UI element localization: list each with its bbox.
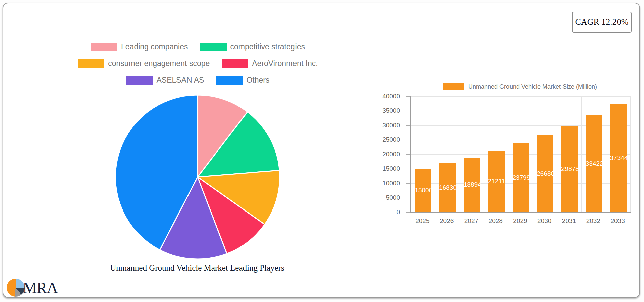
gridline-vertical bbox=[581, 96, 582, 212]
legend-item-consumer-engagement-scope[interactable]: consumer engagement scope bbox=[78, 59, 210, 68]
x-axis-tick-label: 2030 bbox=[532, 217, 557, 225]
gridline-vertical bbox=[460, 96, 460, 212]
x-axis-tick-label: 2025 bbox=[410, 217, 435, 225]
bar-2026[interactable]: 16830 bbox=[439, 163, 456, 212]
legend-swatch bbox=[200, 43, 227, 51]
y-axis-tick-mark bbox=[406, 140, 410, 140]
bar-value-label: 33422 bbox=[586, 160, 602, 167]
pie-legend-row: consumer engagement scopeAeroVironment I… bbox=[72, 59, 324, 68]
legend-item-aselsan-as[interactable]: ASELSAN AS bbox=[126, 76, 204, 85]
bar-2033[interactable]: 37344 bbox=[610, 104, 627, 212]
legend-item-leading-companies[interactable]: Leading companies bbox=[91, 42, 188, 51]
legend-label: Others bbox=[246, 76, 269, 85]
bar-value-label: 18894 bbox=[464, 181, 480, 188]
bar-value-label: 23799 bbox=[513, 174, 529, 181]
gridline-vertical bbox=[435, 96, 435, 212]
bar-value-label: 16830 bbox=[439, 184, 456, 191]
y-axis-tick-mark bbox=[406, 169, 410, 169]
legend-label: consumer engagement scope bbox=[108, 59, 210, 68]
legend-swatch bbox=[222, 59, 248, 68]
x-axis-tick-label: 2028 bbox=[483, 217, 508, 225]
pie-chart bbox=[114, 94, 281, 260]
y-axis-tick-mark bbox=[406, 154, 410, 155]
y-axis-tick-mark bbox=[406, 125, 410, 126]
legend-item-others[interactable]: Others bbox=[216, 76, 269, 85]
bar-value-label: 37344 bbox=[610, 154, 627, 162]
legend-item-competitive-strategies[interactable]: competitive strategies bbox=[200, 42, 305, 51]
x-axis-tick-label: 2027 bbox=[459, 217, 484, 225]
x-axis-tick-label: 2029 bbox=[508, 217, 532, 225]
bar-2028[interactable]: 21211 bbox=[488, 151, 505, 212]
gridline-horizontal bbox=[411, 111, 631, 111]
y-axis-tick-label: 40000 bbox=[373, 93, 400, 100]
cagr-label: CAGR 12.20% bbox=[575, 17, 629, 27]
legend-swatch bbox=[91, 43, 117, 51]
mra-logo: MRA bbox=[7, 279, 58, 297]
pie-chart-title: Unmanned Ground Vehicle Market Leading P… bbox=[0, 263, 394, 273]
pie-legend-row: Leading companiescompetitive strategies bbox=[85, 42, 311, 51]
bar-2027[interactable]: 18894 bbox=[464, 158, 480, 212]
y-axis-tick-label: 25000 bbox=[373, 136, 400, 143]
y-axis-tick-mark bbox=[406, 183, 410, 184]
bar-value-label: 26680 bbox=[537, 170, 553, 177]
bar-legend-label: Unmanned Ground Vehicle Market Size (Mil… bbox=[468, 83, 597, 90]
y-axis-tick-label: 30000 bbox=[373, 122, 400, 129]
y-axis-tick-label: 10000 bbox=[373, 180, 400, 187]
cagr-badge: CAGR 12.20% bbox=[572, 12, 632, 33]
legend-label: competitive strategies bbox=[230, 42, 305, 51]
gridline-vertical bbox=[484, 96, 484, 212]
mra-logo-text: MRA bbox=[23, 279, 58, 297]
bar-legend-swatch bbox=[443, 83, 464, 90]
legend-swatch bbox=[78, 59, 104, 68]
legend-swatch bbox=[216, 76, 243, 85]
gridline-vertical bbox=[630, 96, 631, 212]
legend-swatch bbox=[126, 76, 153, 85]
y-axis-tick-label: 35000 bbox=[373, 107, 400, 114]
gridline-vertical bbox=[533, 96, 533, 212]
bar-value-label: 15000 bbox=[415, 187, 431, 194]
x-axis-tick-label: 2031 bbox=[557, 217, 581, 225]
y-axis-tick-mark bbox=[406, 111, 410, 111]
y-axis-tick-label: 20000 bbox=[373, 151, 400, 158]
bar-2029[interactable]: 23799 bbox=[513, 143, 529, 212]
bar-2025[interactable]: 15000 bbox=[415, 169, 431, 212]
gridline-vertical bbox=[508, 96, 508, 212]
pie-legend-row: ASELSAN ASOthers bbox=[120, 76, 276, 85]
x-axis-tick-label: 2033 bbox=[605, 217, 630, 225]
legend-item-aerovironment-inc-[interactable]: AeroVironment Inc. bbox=[222, 59, 318, 68]
y-axis-tick-mark bbox=[406, 96, 410, 97]
bar-chart-plot: 1500016830188942121123799266802987833422… bbox=[410, 96, 631, 213]
y-axis-tick-mark bbox=[406, 212, 410, 213]
legend-label: Leading companies bbox=[121, 42, 188, 51]
bar-value-label: 29878 bbox=[561, 165, 578, 173]
mra-logo-pie-icon bbox=[7, 279, 25, 297]
x-axis-tick-label: 2032 bbox=[581, 217, 605, 225]
gridline-vertical bbox=[557, 96, 557, 212]
y-axis-tick-mark bbox=[406, 198, 410, 198]
bar-2031[interactable]: 29878 bbox=[561, 126, 578, 212]
legend-label: ASELSAN AS bbox=[157, 76, 204, 85]
bar-value-label: 21211 bbox=[488, 178, 505, 185]
y-axis-tick-label: 0 bbox=[373, 209, 400, 216]
bar-2030[interactable]: 26680 bbox=[537, 135, 553, 212]
legend-label: AeroVironment Inc. bbox=[252, 59, 318, 68]
gridline-horizontal bbox=[411, 96, 631, 97]
x-axis-tick-label: 2026 bbox=[435, 217, 459, 225]
bar-chart-legend[interactable]: Unmanned Ground Vehicle Market Size (Mil… bbox=[410, 82, 630, 92]
pie-legend: Leading companiescompetitive strategiesc… bbox=[0, 42, 396, 93]
y-axis-tick-label: 5000 bbox=[373, 194, 400, 201]
y-axis-tick-label: 15000 bbox=[373, 165, 400, 172]
bar-2032[interactable]: 33422 bbox=[586, 115, 602, 212]
bar-chart-y-axis: 0500010000150002000025000300003500040000 bbox=[367, 96, 410, 212]
gridline-vertical bbox=[606, 96, 606, 212]
